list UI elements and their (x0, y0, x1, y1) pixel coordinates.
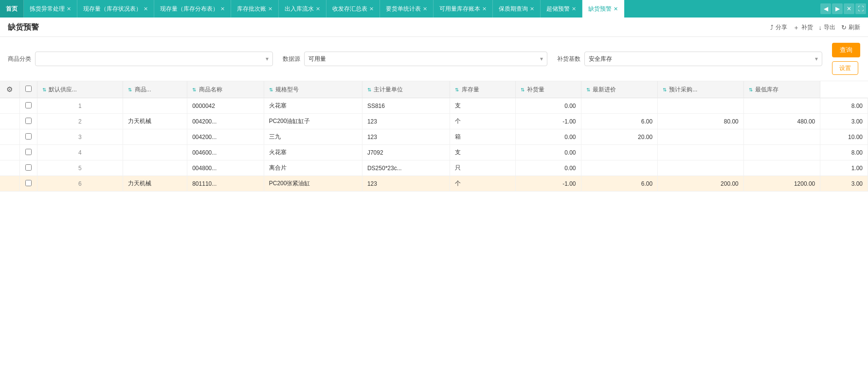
row-latest-price (658, 160, 744, 176)
table-row[interactable]: 6 力天机械 801110... PC200张紧油缸 123 个 -1.00 6… (0, 176, 868, 192)
datasource-chevron: ▾ (540, 55, 543, 62)
th-gear[interactable]: ⚙ (0, 81, 19, 98)
tab-flow[interactable]: 出入库流水 ✕ (279, 0, 326, 18)
export-button[interactable]: ↓ 导出 (819, 23, 836, 32)
row-checkbox[interactable] (25, 102, 32, 108)
row-gear-cell (0, 176, 19, 192)
tab-avail[interactable]: 可用量库存账本 ✕ (434, 0, 493, 18)
filter-area: 商品分类 ▾ 数据源 可用量 ▾ 补货基数 安全库存 ▾ (0, 37, 868, 81)
table-row[interactable]: 5 004800... 离合片 DS250*23c... 只 0.00 1.00 (0, 160, 868, 176)
th-stock-label: 库存量 (462, 86, 479, 93)
tab-pick-close[interactable]: ✕ (67, 6, 71, 12)
row-unit: 个 (450, 114, 516, 129)
tab-avail-close[interactable]: ✕ (482, 6, 487, 12)
tab-shortage[interactable]: 缺货预警 ✕ (582, 0, 624, 18)
refresh-button[interactable]: ↻ 刷新 (841, 23, 860, 32)
th-code[interactable]: ⇅ 商品... (123, 81, 187, 98)
settings-button[interactable]: 设置 (832, 61, 858, 75)
row-check-cell[interactable] (19, 160, 37, 176)
tab-next-button[interactable]: ▶ (832, 3, 843, 14)
row-stock: 0.00 (515, 129, 581, 145)
th-min-stock[interactable]: ⇅ 最低库存 (743, 81, 820, 98)
tab-overstock[interactable]: 超储预警 ✕ (541, 0, 582, 18)
tab-prev-button[interactable]: ◀ (820, 3, 831, 14)
row-name: 火花塞 (264, 145, 362, 160)
tab-stock1[interactable]: 现存量（库存状况表） ✕ (77, 0, 154, 18)
select-all-checkbox[interactable] (25, 86, 32, 92)
row-check-cell[interactable] (19, 114, 37, 129)
th-unit[interactable]: ⇅ 主计量单位 (362, 81, 450, 98)
table-row[interactable]: 2 力天机械 004200... PC200油缸缸子 123 个 -1.00 6… (0, 114, 868, 129)
th-check[interactable] (19, 81, 37, 98)
th-supplier-label: 默认供应... (49, 86, 77, 93)
row-check-cell[interactable] (19, 145, 37, 160)
row-stock: 0.00 (515, 98, 581, 114)
tab-fullscreen-button[interactable]: ⛶ (855, 3, 866, 14)
export-label: 导出 (824, 23, 835, 32)
tab-expire-close[interactable]: ✕ (530, 6, 534, 12)
tab-flow-close[interactable]: ✕ (316, 6, 320, 12)
table-row[interactable]: 3 004200... 三九 123 箱 0.00 20.00 10.00 (0, 129, 868, 145)
row-code: 801110... (187, 176, 264, 192)
table-row[interactable]: 1 0000042 火花塞 SS816 支 0.00 8.00 (0, 98, 868, 114)
tab-stock1-close[interactable]: ✕ (144, 6, 148, 12)
tab-stock2-label: 现存量（库存分布表） (160, 5, 218, 13)
table-row[interactable]: 4 004600... 火花塞 J7092 支 0.00 8.00 (0, 145, 868, 160)
tab-summary[interactable]: 收发存汇总表 ✕ (326, 0, 380, 18)
th-stock[interactable]: ⇅ 库存量 (450, 81, 516, 98)
tab-overstock-close[interactable]: ✕ (572, 6, 576, 12)
tab-batch[interactable]: 库存批次账 ✕ (231, 0, 279, 18)
replenish-button[interactable]: ＋ 补货 (793, 23, 813, 32)
row-replenish (581, 145, 658, 160)
tab-home[interactable]: 首页 (0, 0, 24, 18)
row-name: 三九 (264, 129, 362, 145)
tab-pick[interactable]: 拣货异常处理 ✕ (24, 0, 77, 18)
tab-stock2-close[interactable]: ✕ (220, 6, 225, 12)
tab-stock2[interactable]: 现存量（库存分布表） ✕ (154, 0, 231, 18)
row-code: 0000042 (187, 98, 264, 114)
row-unit: 支 (450, 98, 516, 114)
replenish-label: 补货 (801, 23, 813, 32)
tab-expire[interactable]: 保质期查询 ✕ (493, 0, 541, 18)
tab-batch-close[interactable]: ✕ (268, 6, 272, 12)
row-unit: 箱 (450, 129, 516, 145)
th-name[interactable]: ⇅ 商品名称 (187, 81, 264, 98)
sort-icon-estimated: ⇅ (663, 87, 667, 92)
column-settings-button[interactable]: ⚙ (6, 85, 13, 94)
row-check-cell[interactable] (19, 98, 37, 114)
tab-shortage-close[interactable]: ✕ (614, 6, 618, 12)
refresh-icon: ↻ (841, 24, 847, 31)
row-checkbox[interactable] (25, 118, 32, 124)
th-estimated[interactable]: ⇅ 预计采购... (658, 81, 744, 98)
datasource-select[interactable]: 可用量 ▾ (304, 52, 548, 66)
replenish-base-chevron: ▾ (815, 55, 818, 62)
row-latest-price (658, 145, 744, 160)
query-button[interactable]: 查询 (832, 43, 860, 57)
tab-order-close[interactable]: ✕ (423, 6, 427, 12)
th-supplier[interactable]: ⇅ 默认供应... (37, 81, 123, 98)
replenish-base-select[interactable]: 安全库存 ▾ (584, 52, 822, 66)
row-spec: 123 (362, 176, 450, 192)
category-select[interactable]: ▾ (35, 52, 273, 66)
data-table: ⚙ ⇅ 默认供应... ⇅ 商品... (0, 81, 868, 192)
th-replenish[interactable]: ⇅ 补货量 (515, 81, 581, 98)
tab-summary-close[interactable]: ✕ (369, 6, 374, 12)
row-check-cell[interactable] (19, 129, 37, 145)
th-spec[interactable]: ⇅ 规格型号 (264, 81, 362, 98)
row-checkbox[interactable] (25, 133, 32, 140)
row-check-cell[interactable] (19, 176, 37, 192)
row-estimated: 480.00 (743, 114, 820, 129)
th-latest-price[interactable]: ⇅ 最新进价 (581, 81, 658, 98)
tab-order[interactable]: 要货单统计表 ✕ (380, 0, 434, 18)
row-unit: 支 (450, 145, 516, 160)
filter-actions: 查询 设置 (832, 43, 860, 75)
tab-close-all-button[interactable]: ✕ (844, 3, 854, 14)
share-button[interactable]: ⤴ 分享 (770, 23, 787, 32)
row-stock: -1.00 (515, 176, 581, 192)
sort-icon-code: ⇅ (128, 87, 132, 92)
row-checkbox[interactable] (25, 164, 32, 171)
row-checkbox[interactable] (25, 149, 32, 155)
row-rownum: 1 (37, 98, 123, 114)
tab-overstock-label: 超储预警 (546, 5, 570, 13)
row-checkbox[interactable] (25, 180, 32, 186)
